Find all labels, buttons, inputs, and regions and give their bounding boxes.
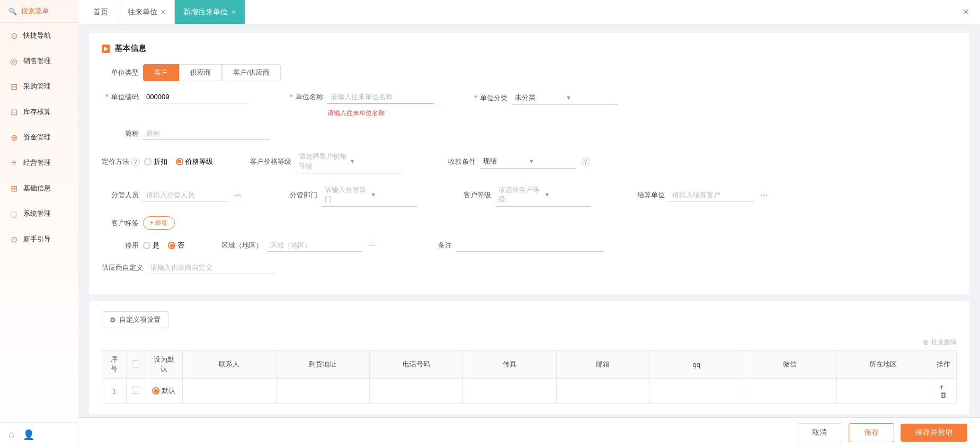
remark-input[interactable] bbox=[456, 239, 604, 252]
sidebar-item-system[interactable]: ◌ 系统管理 bbox=[0, 201, 78, 226]
basic-info-card: ▶ 基本信息 单位类型 客户 供应商 客户/供应商 bbox=[89, 33, 969, 294]
row-contact[interactable] bbox=[183, 379, 276, 404]
contact-input[interactable] bbox=[188, 387, 270, 395]
payment-field: 收款条件 现结 ▼ ? bbox=[439, 154, 590, 169]
disabled-no[interactable]: 否 bbox=[168, 241, 184, 250]
region-more-btn[interactable]: ··· bbox=[367, 241, 378, 250]
save-button[interactable]: 保存 bbox=[849, 423, 894, 442]
tab-partner-list-close[interactable]: ✕ bbox=[161, 8, 166, 16]
batch-delete-label[interactable]: 批量删除 bbox=[931, 338, 957, 347]
address-input[interactable] bbox=[282, 387, 364, 395]
disabled-yes[interactable]: 是 bbox=[143, 241, 159, 250]
close-all-tabs[interactable]: ✕ bbox=[956, 7, 976, 17]
fax-input[interactable] bbox=[468, 387, 550, 395]
tab-new-partner[interactable]: 新增往来单位 ✕ bbox=[175, 0, 245, 24]
dept-select[interactable]: 请输入分管部门 ▼ bbox=[322, 183, 417, 207]
manager-input[interactable] bbox=[143, 189, 228, 201]
sidebar-item-quick-nav[interactable]: ⊙ 快捷导航 bbox=[0, 23, 78, 48]
customer-price-select[interactable]: 请选择客户价格等级 ▼ bbox=[296, 150, 402, 173]
col-contact: 联系人 bbox=[183, 350, 276, 379]
row-qq[interactable] bbox=[649, 379, 743, 404]
yes-radio-circle bbox=[143, 242, 150, 249]
batch-delete-area: 🗑 批量删除 bbox=[102, 335, 957, 350]
table-header-row: 序号 设为默认 联系人 到货地址 电话号码 传真 邮箱 qq 微信 所在地区 操… bbox=[102, 350, 957, 379]
footer: 取消 保存 保存并新增 bbox=[78, 417, 980, 447]
supplier-custom-field: 供应商自定义 bbox=[102, 261, 274, 274]
add-tag-button[interactable]: + 标签 bbox=[143, 216, 175, 230]
manager-more-btn[interactable]: ··· bbox=[232, 190, 243, 200]
phone-input[interactable] bbox=[375, 387, 457, 395]
customer-price-field: 客户价格等级 请选择客户价格等级 ▼ bbox=[250, 150, 402, 173]
row-fax[interactable] bbox=[463, 379, 556, 404]
col-phone: 电话号码 bbox=[369, 350, 462, 379]
supplier-custom-input[interactable] bbox=[147, 261, 274, 274]
tab-new-partner-close[interactable]: ✕ bbox=[231, 8, 236, 16]
col-action: 操作 bbox=[930, 350, 957, 379]
category-label: * 单位分类 bbox=[470, 93, 507, 103]
tab-bar: 首页 往来单位 ✕ 新增往来单位 ✕ ✕ bbox=[78, 0, 980, 24]
category-select[interactable]: 未分类 ▼ bbox=[512, 91, 618, 105]
sidebar-item-finance[interactable]: ⊕ 资金管理 bbox=[0, 125, 78, 150]
shortname-field: 简称 bbox=[102, 127, 270, 140]
operations-icon: ≡ bbox=[8, 157, 19, 168]
sidebar-item-guide[interactable]: ⊙ 新手引导 bbox=[0, 226, 78, 252]
save-and-new-button[interactable]: 保存并新增 bbox=[901, 424, 967, 442]
col-qq: qq bbox=[649, 350, 743, 379]
pricing-row: 定价方法 ? 折扣 价格等级 bbox=[102, 150, 957, 173]
manager-label: 分管人员 bbox=[102, 190, 139, 200]
row-default: 默认 bbox=[145, 379, 182, 404]
row-default-radio[interactable]: 默认 bbox=[150, 386, 177, 396]
pricing-radio-level[interactable]: 价格等级 bbox=[176, 157, 213, 166]
customer-level-select[interactable]: 请选择客户等级 ▼ bbox=[495, 183, 591, 207]
name-input[interactable] bbox=[327, 91, 433, 103]
qq-input[interactable] bbox=[655, 387, 737, 395]
pricing-help-icon[interactable]: ? bbox=[131, 157, 140, 166]
tab-partner-list[interactable]: 往来单位 ✕ bbox=[119, 0, 175, 24]
contact-table: 序号 设为默认 联系人 到货地址 电话号码 传真 邮箱 qq 微信 所在地区 操… bbox=[102, 350, 957, 404]
row-region[interactable] bbox=[836, 379, 930, 404]
email-input[interactable] bbox=[562, 387, 644, 395]
disabled-radio-group: 是 否 bbox=[143, 241, 184, 250]
select-all-checkbox[interactable] bbox=[132, 360, 139, 367]
cancel-button[interactable]: 取消 bbox=[797, 423, 842, 442]
sidebar-item-sales[interactable]: ◎ 销售管理 bbox=[0, 48, 78, 74]
settlement-more-btn[interactable]: ··· bbox=[758, 190, 769, 200]
sidebar-item-inventory[interactable]: ⊡ 库存核算 bbox=[0, 99, 78, 125]
add-row-btn[interactable]: + bbox=[940, 383, 944, 391]
customer-level-label: 客户等级 bbox=[454, 190, 491, 200]
row-address[interactable] bbox=[276, 379, 369, 404]
settlement-input[interactable] bbox=[669, 189, 754, 201]
sidebar-item-operations[interactable]: ≡ 经营管理 bbox=[0, 150, 78, 176]
main-area: 首页 往来单位 ✕ 新增往来单位 ✕ ✕ ▶ 基本信息 单位类型 bbox=[78, 0, 980, 447]
unit-btn-supplier[interactable]: 供应商 bbox=[179, 64, 222, 81]
custom-settings-button[interactable]: ⚙ 自定义项设置 bbox=[102, 311, 168, 328]
region-input[interactable] bbox=[267, 239, 362, 252]
unit-btn-customer[interactable]: 客户 bbox=[143, 64, 179, 81]
tab-home[interactable]: 首页 bbox=[83, 0, 119, 24]
inventory-icon: ⊡ bbox=[8, 107, 19, 117]
category-arrow-icon: ▼ bbox=[566, 94, 614, 101]
row-wechat[interactable] bbox=[743, 379, 836, 404]
unit-btn-both[interactable]: 客户/供应商 bbox=[222, 64, 281, 81]
disabled-row: 停用 是 否 区域（地区） bbox=[102, 239, 957, 252]
row-check[interactable] bbox=[132, 387, 139, 394]
code-input[interactable] bbox=[143, 91, 249, 103]
col-email: 邮箱 bbox=[556, 350, 649, 379]
default-radio-circle bbox=[152, 387, 159, 395]
sidebar-search[interactable]: 🔍 搜索菜单 bbox=[0, 0, 78, 23]
sidebar-home-icon[interactable]: ⌂ bbox=[8, 429, 14, 441]
sidebar-item-purchase[interactable]: ⊟ 采购管理 bbox=[0, 74, 78, 99]
row-phone[interactable] bbox=[369, 379, 462, 404]
delete-row-btn[interactable]: 🗑 bbox=[940, 391, 947, 399]
pricing-radio-discount[interactable]: 折扣 bbox=[144, 157, 167, 166]
shortname-input[interactable] bbox=[143, 127, 270, 140]
sidebar-user-icon[interactable]: 👤 bbox=[23, 429, 34, 441]
row-email[interactable] bbox=[556, 379, 649, 404]
region-row-input[interactable] bbox=[842, 387, 924, 395]
code-field: * 单位编码 bbox=[102, 91, 249, 103]
name-field: * 单位名称 请输入往来单位名称 bbox=[286, 91, 433, 118]
payment-select[interactable]: 现结 ▼ bbox=[480, 154, 575, 169]
sidebar-item-basic-info[interactable]: ⊞ 基础信息 bbox=[0, 176, 78, 201]
wechat-input[interactable] bbox=[749, 387, 831, 395]
payment-help-icon[interactable]: ? bbox=[582, 157, 590, 166]
